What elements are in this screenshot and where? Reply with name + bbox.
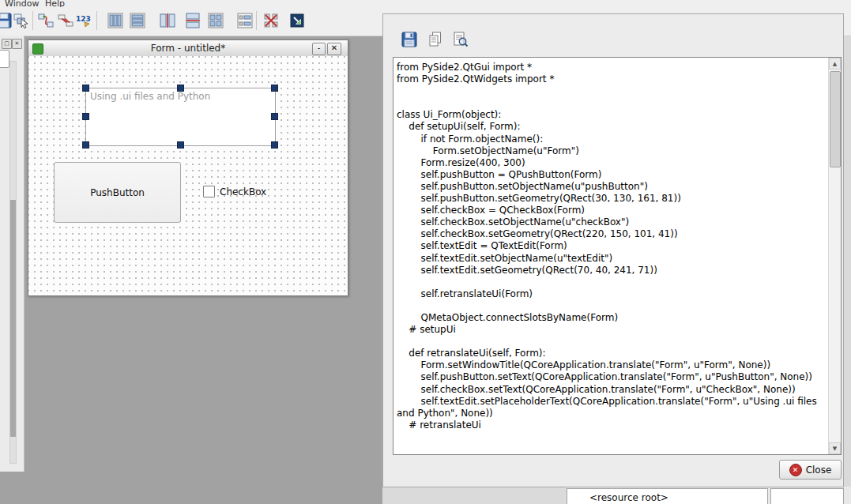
code-line: Form.setObjectName(u"Form") <box>397 145 827 157</box>
close-icon: ✕ <box>789 464 802 476</box>
layout-form-icon <box>236 12 254 29</box>
code-line: self.pushButton.setObjectName(u"pushButt… <box>397 181 827 193</box>
menu-help[interactable]: Help <box>45 0 65 7</box>
code-line: class Ui_Form(object): <box>397 109 827 121</box>
edit-signals-slots-icon <box>37 12 55 29</box>
layout-horizontal-splitter-icon <box>159 12 176 29</box>
selection-handle[interactable] <box>82 85 89 92</box>
code-line: self.textEdit = QTextEdit(Form) <box>397 240 827 252</box>
code-scrollbar[interactable]: ▲ ▼ <box>828 58 841 454</box>
resource-root-label: <resource root> <box>589 492 668 503</box>
break-layout-icon <box>262 12 280 29</box>
code-line: def retranslateUi(self, Form): <box>397 348 827 359</box>
widget-box-scrollbar[interactable] <box>9 61 17 464</box>
layout-vertical-splitter-icon <box>184 12 201 29</box>
minimize-button[interactable]: - <box>312 43 326 55</box>
code-line: self.checkBox.setText(QCoreApplication.t… <box>397 384 827 396</box>
pushbutton-widget[interactable]: PushButton <box>54 162 181 223</box>
find-icon <box>451 30 470 49</box>
widget-filter-input[interactable] <box>0 50 9 68</box>
code-line <box>397 85 827 97</box>
checkbox-label: CheckBox <box>220 186 266 197</box>
form-window-title: Form - untitled* <box>28 43 348 54</box>
code-line: self.checkBox.setObjectName(u"checkBox") <box>397 216 827 228</box>
toolbar-separator <box>96 11 97 30</box>
edit-signals-slots-icon[interactable] <box>36 10 56 31</box>
code-line: # retranslateUi <box>397 419 827 431</box>
selection-handle[interactable] <box>82 141 89 149</box>
code-line: self.pushButton.setGeometry(QRect(30, 13… <box>397 193 827 205</box>
dock-float-icon[interactable]: ▢ <box>2 39 12 49</box>
code-line: self.textEdit.setPlaceholderText(QCoreAp… <box>397 396 827 408</box>
code-line: self.checkBox.setGeometry(QRect(220, 150… <box>397 228 827 240</box>
selection-handle[interactable] <box>82 113 89 120</box>
find-icon[interactable] <box>450 29 471 50</box>
code-line <box>397 336 827 348</box>
layout-form-icon[interactable] <box>235 10 255 31</box>
layout-horizontally-icon <box>107 12 124 29</box>
textedit-widget[interactable]: Using .ui files and Python <box>85 88 276 146</box>
form-window-titlebar[interactable]: Form - untitled* - ✕ <box>28 40 348 57</box>
svg-text:123: 123 <box>76 15 91 23</box>
code-content: from PySide2.QtGui import *from PySide2.… <box>397 62 827 454</box>
copy-icon[interactable] <box>425 29 446 50</box>
form-designer-window: Form - untitled* - ✕ Using .ui files and… <box>28 39 348 296</box>
code-line: self.checkBox = QCheckBox(Form) <box>397 205 827 216</box>
layout-horizontally-icon[interactable] <box>105 10 126 31</box>
code-line <box>397 97 827 109</box>
edit-tab-order-icon: 123 <box>74 12 92 29</box>
close-button-label: Close <box>806 465 832 476</box>
code-line: if not Form.objectName(): <box>397 134 827 145</box>
resource-side-panel[interactable] <box>770 488 844 504</box>
code-line: self.pushButton = QPushButton(Form) <box>397 169 827 181</box>
close-window-button[interactable]: ✕ <box>327 43 341 55</box>
checkbox-widget[interactable]: CheckBox <box>203 186 266 197</box>
selection-handle[interactable] <box>271 85 278 92</box>
layout-vertical-splitter-icon[interactable] <box>183 10 203 31</box>
code-line: Form.setWindowTitle(QCoreApplication.tra… <box>397 359 827 371</box>
layout-grid-icon <box>207 12 224 29</box>
code-line <box>397 300 827 312</box>
menu-window[interactable]: Window <box>5 0 39 7</box>
adjust-size-icon[interactable] <box>287 10 307 31</box>
adjust-size-icon <box>288 12 306 29</box>
edit-widgets-icon[interactable] <box>11 10 32 31</box>
code-line: from PySide2.QtGui import * <box>397 62 827 73</box>
scroll-up-icon[interactable]: ▲ <box>829 58 841 70</box>
edit-tab-order-icon[interactable]: 123 <box>73 10 93 31</box>
code-line: and Python", None)) <box>397 408 827 419</box>
scrollbar-thumb[interactable] <box>830 71 841 167</box>
code-view[interactable]: from PySide2.QtGui import *from PySide2.… <box>393 57 842 455</box>
code-line: self.textEdit.setObjectName(u"textEdit") <box>397 253 827 265</box>
selection-handle[interactable] <box>177 85 184 92</box>
save-icon[interactable] <box>399 29 420 50</box>
edit-buddies-icon <box>57 12 74 29</box>
code-line: self.pushButton.setText(QCoreApplication… <box>397 371 827 383</box>
selection-handle[interactable] <box>271 113 278 120</box>
edit-widgets-icon <box>13 12 30 29</box>
dock-close-icon[interactable]: ✕ <box>12 39 22 49</box>
close-button[interactable]: ✕ Close <box>779 460 842 480</box>
layout-grid-icon[interactable] <box>205 10 226 31</box>
code-preview-dialog: from PySide2.QtGui import *from PySide2.… <box>382 13 844 487</box>
widget-box-dock: ▢ ✕ <box>0 36 24 472</box>
scrollbar-thumb[interactable] <box>10 200 16 437</box>
code-line: self.retranslateUi(Form) <box>397 288 827 300</box>
code-line: QMetaObject.connectSlotsByName(Form) <box>397 312 827 324</box>
toolbar-separator <box>256 11 257 30</box>
resource-browser-dock: <resource root> <box>567 487 851 504</box>
break-layout-icon[interactable] <box>261 10 281 31</box>
layout-horizontal-splitter-icon[interactable] <box>157 10 178 31</box>
scroll-down-icon[interactable]: ▼ <box>829 442 841 454</box>
code-line: from PySide2.QtWidgets import * <box>397 73 827 85</box>
code-line: def setupUi(self, Form): <box>397 121 827 133</box>
resource-root-item[interactable]: <resource root> <box>567 488 768 504</box>
layout-vertically-icon <box>129 12 146 29</box>
code-line: # setupUi <box>397 324 827 336</box>
layout-vertically-icon[interactable] <box>127 10 148 31</box>
selection-handle[interactable] <box>271 141 278 149</box>
selection-handle[interactable] <box>177 141 184 149</box>
checkbox-indicator[interactable] <box>203 186 215 197</box>
code-line: Form.resize(400, 300) <box>397 157 827 169</box>
main-menubar: Window Help <box>0 0 851 7</box>
